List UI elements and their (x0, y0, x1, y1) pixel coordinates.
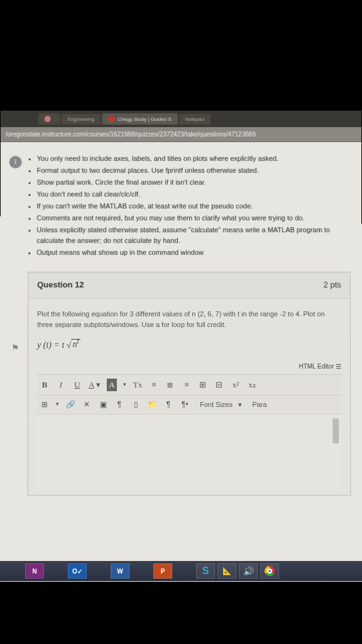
bold-button[interactable]: B (40, 379, 50, 391)
taskbar-spacer (47, 564, 65, 579)
info-icon: i (9, 156, 22, 169)
clearformat-button[interactable]: Tx (133, 379, 143, 391)
tab-strip: Engineering Chegg Study | Guided S Notep… (1, 111, 361, 127)
folder-button[interactable]: 📁 (147, 400, 157, 409)
powerpoint-taskbar-button[interactable]: P (153, 564, 172, 579)
instruction-item: You don't need to call clear/clc/clf. (36, 189, 350, 200)
instruction-item: You only need to include axes, labels, a… (37, 153, 351, 164)
instruction-item: Comments are not required, but you may u… (36, 213, 350, 224)
browser-tab[interactable]: Chegg Study | Guided S (102, 113, 178, 125)
taskbar-spacer (4, 564, 23, 579)
instruction-item: Format output to two decimal places. Use… (37, 165, 351, 176)
link-button[interactable]: 🔗 (65, 400, 75, 409)
taskbar-spacer (175, 564, 194, 579)
editor-textarea[interactable] (37, 414, 342, 490)
scrollbar-thumb[interactable] (332, 418, 339, 443)
tab-favicon (45, 116, 51, 122)
flag-icon[interactable]: ⚑ (11, 341, 21, 352)
instruction-item: Show partial work. Circle the final answ… (37, 177, 351, 188)
matlab-taskbar-button[interactable]: 📐 (217, 564, 236, 579)
fontcolor-button[interactable]: A ▾ (89, 379, 101, 391)
windows-taskbar: N O✓ W P S 📐 🔊 (0, 561, 362, 581)
unlink-button[interactable]: ✕ (82, 400, 92, 409)
browser-window: Engineering Chegg Study | Guided S Notep… (0, 111, 362, 582)
onenote-taskbar-button[interactable]: N (25, 564, 44, 579)
word-taskbar-button[interactable]: W (111, 564, 129, 579)
question-body: Plot the following equation for 3 differ… (28, 299, 350, 496)
url-text: /oregonstate.instructure.com/courses/162… (6, 131, 256, 138)
editor-toolbar-1: B I U A ▾ A▾ Tx ≡ ≣ ≡ ⊞ ⊟ x² x₂ (37, 374, 341, 396)
volume-button[interactable]: 🔊 (239, 564, 258, 579)
fontsize-select[interactable]: Font Sizes ▾ (200, 399, 242, 410)
address-bar[interactable]: /oregonstate.instructure.com/courses/162… (1, 127, 361, 142)
italic-button[interactable]: I (56, 379, 66, 391)
question-prompt: Plot the following equation for 3 differ… (37, 309, 341, 330)
browser-tab[interactable]: Engineering (62, 114, 101, 125)
subscript-button[interactable]: x₂ (247, 379, 257, 391)
instruction-item: Output means what shows up in the comman… (36, 248, 350, 258)
chrome-taskbar-button[interactable] (260, 564, 279, 579)
table-button[interactable]: ⊞ (40, 400, 50, 409)
instruction-item: Unless explicitly stated otherwise state… (36, 225, 350, 247)
rtl-button[interactable]: ¶• (180, 400, 190, 409)
pilcrow-button[interactable]: ¶ (114, 400, 124, 409)
question-header: Question 12 2 pts (28, 273, 350, 299)
equation: y (t) = t √nt (37, 336, 341, 352)
editor-mode-toggle[interactable]: HTML Editor ☰ (37, 362, 341, 372)
chrome-icon (265, 566, 275, 576)
underline-button[interactable]: U (72, 379, 82, 391)
page-content: i You only need to include axes, labels,… (0, 142, 362, 582)
question-points: 2 pts (324, 279, 341, 292)
code-button[interactable]: ▯ (131, 400, 141, 409)
align-right-button[interactable]: ≡ (182, 379, 192, 391)
browser-tab[interactable] (38, 113, 60, 125)
superscript-button[interactable]: x² (231, 379, 241, 391)
align-center-button[interactable]: ≣ (165, 379, 175, 391)
paragraph-select[interactable]: Para (252, 399, 266, 410)
image-button[interactable]: ▣ (98, 400, 108, 409)
tab-favicon (108, 116, 114, 122)
outlook-taskbar-button[interactable]: O✓ (68, 564, 87, 579)
question-card: Question 12 2 pts Plot the following equ… (27, 272, 351, 496)
matlab-icon: 📐 (222, 567, 232, 575)
highlight-button[interactable]: A (107, 379, 117, 391)
instruction-list: You only need to include axes, labels, a… (36, 153, 350, 258)
editor-toolbar-2: ⊞▾ 🔗 ✕ ▣ ¶ ▯ 📁 ¶ ¶• Font Sizes ▾ Para (37, 396, 341, 414)
taskbar-spacer (89, 564, 108, 579)
browser-tab[interactable]: Notepad (179, 114, 211, 125)
indent-button[interactable]: ⊞ (198, 379, 208, 391)
speaker-icon: 🔊 (243, 566, 254, 576)
align-left-button[interactable]: ≡ (149, 379, 159, 391)
outdent-button[interactable]: ⊟ (214, 379, 224, 391)
question-title: Question 12 (37, 279, 84, 292)
skype-taskbar-button[interactable]: S (196, 564, 215, 579)
taskbar-spacer (132, 564, 151, 579)
instruction-item: If you can't write the MATLAB code, at l… (36, 201, 350, 212)
ltr-button[interactable]: ¶ (163, 400, 173, 409)
